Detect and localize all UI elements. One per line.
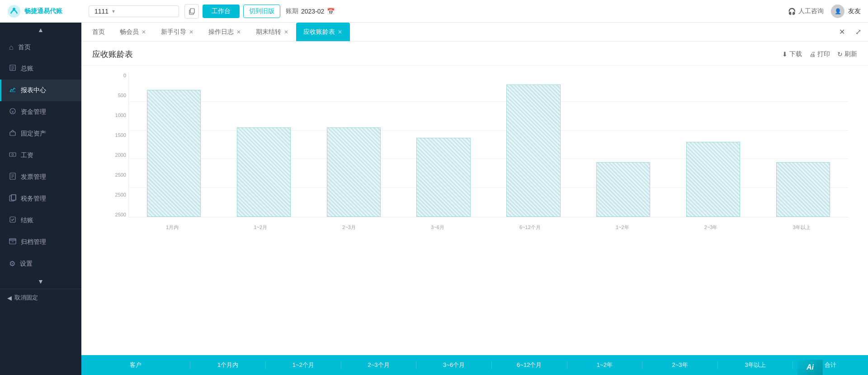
copy-icon-btn[interactable]	[184, 4, 199, 19]
tab-member[interactable]: 畅会员 ✕	[113, 23, 154, 41]
sidebar-item-assets[interactable]: 固定资产	[0, 123, 81, 145]
sidebar-item-reports[interactable]: 报表中心	[0, 80, 81, 101]
consult-button[interactable]: 🎧 人工咨询	[788, 7, 824, 15]
svg-rect-12	[9, 153, 16, 156]
bar-2~3月	[327, 127, 381, 217]
table-header-cell: 3年以上	[718, 361, 793, 369]
user-area[interactable]: 👤 友友	[831, 5, 861, 18]
tab-guide[interactable]: 新手引导 ✕	[154, 23, 201, 41]
logo-text: 畅捷通易代账	[24, 7, 62, 15]
workbench-button[interactable]: 工作台	[203, 5, 240, 18]
x-label: 6~12个月	[519, 224, 541, 231]
sidebar-item-funds[interactable]: ¥ 资金管理	[0, 101, 81, 123]
header-right: 🎧 人工咨询 👤 友友	[788, 5, 861, 18]
sidebar-scroll-up[interactable]: ▲	[0, 23, 81, 37]
download-icon: ⬇	[782, 51, 788, 58]
svg-rect-11	[10, 132, 15, 136]
calendar-icon[interactable]: 📅	[327, 8, 335, 15]
sidebar-item-settle[interactable]: 结账	[0, 210, 81, 231]
tab-close-icon[interactable]: ✕	[236, 29, 241, 35]
sidebar-item-ledger[interactable]: 总账	[0, 58, 81, 80]
bar-1月内	[147, 90, 201, 217]
period-area: 账期 2023-02 📅	[286, 7, 335, 15]
gear-icon: ⚙	[9, 259, 15, 268]
company-selector[interactable]: 1111 ▾	[89, 5, 179, 17]
tab-oplog[interactable]: 操作日志 ✕	[201, 23, 249, 41]
expand-tabs-button[interactable]: ⤢	[852, 26, 864, 38]
sidebar-item-label: 设置	[20, 260, 33, 268]
tab-period-close[interactable]: 期末结转 ✕	[249, 23, 296, 41]
sidebar-item-label: 总账	[21, 65, 33, 73]
x-label: 3~6月	[431, 224, 444, 231]
table-header-cell: 3~6个月	[416, 361, 492, 369]
download-button[interactable]: ⬇ 下载	[782, 50, 802, 58]
cancel-fixed-button[interactable]: ◀ 取消固定	[0, 289, 81, 306]
tab-close-icon[interactable]: ✕	[284, 29, 288, 35]
pin-icon: ◀	[7, 295, 12, 301]
tabs-bar: 首页 畅会员 ✕ 新手引导 ✕ 操作日志 ✕ 期末结转 ✕ 应收账龄表 ✕	[81, 23, 868, 42]
sidebar-item-invoice[interactable]: 发票管理	[0, 166, 81, 188]
sidebar-item-label: 结账	[21, 216, 33, 225]
close-all-tabs-button[interactable]: ✕	[835, 26, 848, 38]
period-label: 账期	[286, 7, 298, 15]
tab-label: 新手引导	[161, 28, 186, 36]
logo-icon	[7, 5, 21, 18]
sidebar-item-home[interactable]: ⌂ 首页	[0, 37, 81, 58]
sidebar-item-tax[interactable]: 税务管理	[0, 188, 81, 210]
ai-badge[interactable]: Ai	[797, 360, 823, 375]
sidebar-item-label: 发票管理	[21, 173, 46, 181]
tab-label: 操作日志	[208, 28, 234, 36]
bar-2~3年	[686, 142, 740, 217]
refresh-button[interactable]: ↻ 刷新	[837, 50, 857, 58]
tab-label: 畅会员	[120, 28, 139, 36]
archive-icon	[9, 238, 16, 247]
tab-label: 首页	[92, 28, 105, 36]
user-name: 友友	[848, 7, 861, 15]
x-label: 3年以上	[793, 224, 811, 231]
table-header-cell: 2~3个月	[341, 361, 417, 369]
consult-label: 人工咨询	[798, 7, 824, 15]
tab-home[interactable]: 首页	[85, 23, 113, 41]
bar-6~12个月	[506, 84, 560, 217]
print-button[interactable]: 🖨 打印	[809, 50, 830, 58]
bar-1~2月	[237, 127, 291, 217]
sidebar-item-salary[interactable]: 工资	[0, 145, 81, 166]
sidebar-item-label: 报表中心	[21, 86, 46, 94]
sidebar-item-archive[interactable]: 归档管理	[0, 231, 81, 253]
page-content: 应收账龄表 ⬇ 下载 🖨 打印 ↻ 刷新	[81, 42, 868, 375]
main-layout: ▲ ⌂ 首页 总账 报表中心	[0, 23, 868, 375]
salary-icon	[9, 151, 16, 160]
refresh-icon: ↻	[837, 51, 843, 58]
print-icon: 🖨	[809, 51, 816, 58]
tab-ar-aging[interactable]: 应收账龄表 ✕	[296, 23, 350, 41]
print-label: 打印	[817, 50, 830, 58]
chart-y-axis: 2500250025002000150010005000	[110, 73, 126, 217]
settle-icon	[9, 216, 16, 225]
period-value: 2023-02	[301, 8, 324, 15]
svg-point-1	[13, 8, 15, 10]
sidebar: ▲ ⌂ 首页 总账 报表中心	[0, 23, 81, 375]
bar-3~6月	[416, 138, 470, 217]
app-header: 畅捷通易代账 1111 ▾ 工作台 切到旧版 账期 2023-02 📅 🎧 人工…	[0, 0, 868, 23]
refresh-label: 刷新	[844, 50, 857, 58]
sidebar-item-settings[interactable]: ⚙ 设置	[0, 253, 81, 274]
table-header-cell: 1个月内	[190, 361, 266, 369]
logo-area: 畅捷通易代账	[7, 5, 89, 18]
sidebar-item-label: 资金管理	[21, 108, 46, 116]
sidebar-scroll-down[interactable]: ▼	[0, 274, 81, 289]
svg-rect-3	[190, 9, 194, 13]
svg-point-0	[8, 5, 20, 18]
chart-icon	[9, 86, 16, 95]
tab-close-icon[interactable]: ✕	[338, 29, 342, 35]
x-label: 2~3月	[342, 224, 356, 231]
tax-icon	[9, 194, 16, 203]
svg-text:¥: ¥	[11, 110, 14, 114]
x-label: 1~2年	[616, 224, 629, 231]
page-title: 应收账龄表	[92, 49, 133, 60]
tab-close-icon[interactable]: ✕	[142, 29, 146, 35]
switch-version-button[interactable]: 切到旧版	[243, 5, 280, 18]
tab-close-icon[interactable]: ✕	[189, 29, 193, 35]
ledger-icon	[9, 64, 16, 73]
content-area: 首页 畅会员 ✕ 新手引导 ✕ 操作日志 ✕ 期末结转 ✕ 应收账龄表 ✕	[81, 23, 868, 375]
headset-icon: 🎧	[788, 8, 796, 15]
